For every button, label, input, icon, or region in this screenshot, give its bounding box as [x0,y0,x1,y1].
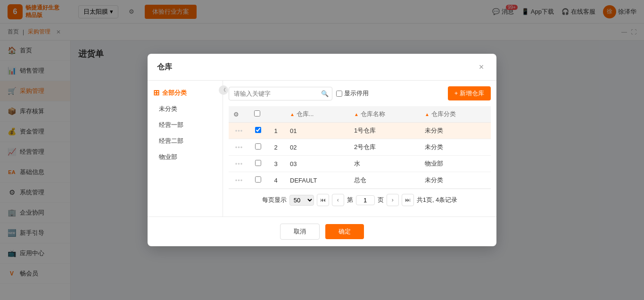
category-item-property[interactable]: 物业部 [148,149,223,165]
show-disabled-label: 显示停用 [336,89,369,98]
table-row[interactable]: ••• 4 DEFAULT 总仓 未分类 [229,172,491,189]
col-settings-header: ⚙ [229,106,249,123]
row-checkbox[interactable] [255,127,261,133]
table-panel: 🔍 显示停用 + 新增仓库 ⚙ [223,81,496,217]
page-size-select-wrap: 20 50 100 [289,195,314,206]
row-settings[interactable]: ••• [229,172,249,189]
row-checkbox-cell[interactable] [249,139,266,156]
warehouse-table-body: ••• 1 01 1号仓库 未分类 ••• 2 02 2号仓库 未分类 ••• … [229,123,491,189]
sort-icon: ▲ [354,112,359,117]
search-input[interactable] [229,87,332,100]
row-checkbox[interactable] [255,176,261,183]
warehouse-modal: 仓库 × ⊞ 全部分类 《 未分类 经营一部 经营二部 物业部 [148,54,496,246]
row-code: 02 [285,139,349,156]
collapse-panel-button[interactable]: 《 [219,85,228,95]
grid-icon: ⊞ [153,88,159,97]
row-name: 总仓 [349,172,420,189]
table-row[interactable]: ••• 3 03 水 物业部 [229,156,491,172]
page-prev-button[interactable]: ‹ [332,194,344,206]
row-category: 未分类 [420,139,491,156]
confirm-button[interactable]: 确定 [325,224,364,239]
col-code-header: ▲ 仓库... [285,106,349,123]
row-checkbox-cell[interactable] [249,123,266,139]
row-settings[interactable]: ••• [229,123,249,139]
col-name-header: ▲ 仓库名称 [349,106,420,123]
row-name: 水 [349,156,420,172]
select-all-checkbox[interactable] [254,110,260,117]
show-disabled-checkbox[interactable] [336,91,342,97]
row-seq: 4 [266,172,285,189]
row-settings[interactable]: ••• [229,139,249,156]
page-last-button[interactable]: ⏭ [402,194,414,206]
modal-header: 仓库 × [148,54,496,81]
add-warehouse-button[interactable]: + 新增仓库 [448,86,491,100]
category-panel: ⊞ 全部分类 《 未分类 经营一部 经营二部 物业部 [148,81,223,217]
pagination-bar: 每页显示 20 50 100 ⏮ ‹ 第 页 › ⏭ 共1 [229,189,491,211]
modal-overlay: 仓库 × ⊞ 全部分类 《 未分类 经营一部 经营二部 物业部 [0,0,644,300]
modal-body: ⊞ 全部分类 《 未分类 经营一部 经营二部 物业部 🔍 [148,81,496,217]
row-code: DEFAULT [285,172,349,189]
table-header: ⚙ ▲ 仓库... ▲ 仓库 [229,106,491,123]
row-checkbox[interactable] [255,160,261,166]
category-item-ops1[interactable]: 经营一部 [148,117,223,133]
row-code: 01 [285,123,349,139]
col-check-header [249,106,266,123]
row-seq: 1 [266,123,285,139]
more-icon[interactable]: ••• [235,144,243,151]
sort-icon: ▲ [425,112,429,117]
page-number-input[interactable] [356,195,375,205]
search-wrap: 🔍 [229,87,332,100]
search-icon[interactable]: 🔍 [321,90,329,97]
table-toolbar: 🔍 显示停用 + 新增仓库 [229,86,491,100]
row-code: 03 [285,156,349,172]
modal-title: 仓库 [157,62,172,72]
category-item-unclassified[interactable]: 未分类 [148,101,223,117]
more-icon[interactable]: ••• [235,160,243,167]
page-size-select[interactable]: 20 50 100 [289,195,314,206]
page-label: 页 [378,196,384,204]
sort-icon: ▲ [290,112,295,117]
page-first-button[interactable]: ⏮ [317,194,329,206]
page-next-button[interactable]: › [387,194,399,206]
all-categories-label: 全部分类 [162,89,187,97]
row-category: 未分类 [420,123,491,139]
table-row[interactable]: ••• 1 01 1号仓库 未分类 [229,123,491,139]
row-seq: 2 [266,139,285,156]
more-icon[interactable]: ••• [235,177,243,184]
row-checkbox-cell[interactable] [249,172,266,189]
page-size-label: 每页显示 [262,196,287,204]
warehouse-table: ⚙ ▲ 仓库... ▲ 仓库 [229,106,491,189]
row-category: 物业部 [420,156,491,172]
row-checkbox-cell[interactable] [249,156,266,172]
col-seq-header [266,106,285,123]
row-name: 1号仓库 [349,123,420,139]
page-jump-label: 第 [347,196,353,204]
row-settings[interactable]: ••• [229,156,249,172]
total-info: 共1页, 4条记录 [417,196,458,204]
settings-icon[interactable]: ⚙ [233,111,239,118]
row-category: 未分类 [420,172,491,189]
row-name: 2号仓库 [349,139,420,156]
modal-footer: 取消 确定 [148,217,496,246]
category-item-ops2[interactable]: 经营二部 [148,133,223,149]
row-seq: 3 [266,156,285,172]
all-categories-button[interactable]: ⊞ 全部分类 [148,84,223,101]
more-icon[interactable]: ••• [235,127,243,134]
table-row[interactable]: ••• 2 02 2号仓库 未分类 [229,139,491,156]
col-category-header: ▲ 仓库分类 [420,106,491,123]
cancel-button[interactable]: 取消 [280,224,320,240]
modal-close-button[interactable]: × [476,61,487,73]
row-checkbox[interactable] [255,143,261,150]
